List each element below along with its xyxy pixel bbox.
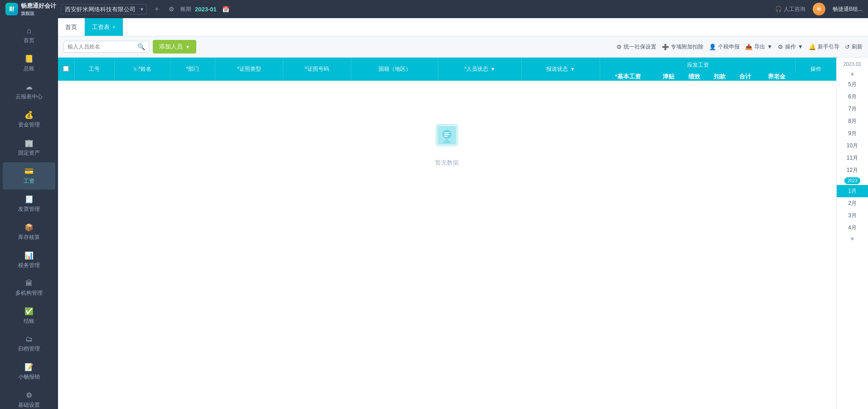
special-deduction-button[interactable]: ➕ 专项附加扣除 (662, 43, 703, 51)
status-filter-icon[interactable]: ▼ (490, 67, 495, 72)
tab-salary[interactable]: 工资表 × (85, 18, 123, 36)
month-8[interactable]: 8月 (837, 115, 868, 127)
sidebar-item-label: 多机构管理 (15, 289, 43, 297)
report-filter-icon[interactable]: ▼ (570, 67, 575, 72)
settings-icon[interactable]: ⚙ (166, 4, 177, 15)
sidebar-item-label: 首页 (24, 37, 34, 44)
month-3[interactable]: 3月 (837, 209, 868, 222)
service-button[interactable]: 🎧 人工咨询 (775, 5, 805, 13)
guide-icon: 🔔 (809, 44, 816, 50)
sidebar-item-label: 工资 (24, 177, 34, 185)
th-checkbox[interactable] (58, 58, 74, 81)
sidebar-item-fixed-assets[interactable]: 🏢 固定资产 (3, 134, 55, 161)
export-button[interactable]: 📤 导出 ▼ (745, 43, 772, 51)
tab-home[interactable]: 首页 (58, 18, 85, 36)
sidebar-item-label: 资金管理 (18, 121, 40, 129)
th-deduction: 扣款 (707, 73, 732, 81)
month-7[interactable]: 7月 (837, 103, 868, 115)
month-2[interactable]: 2月 (837, 197, 868, 209)
top-bar: 财 畅應通好会计 旗舰版 西安虾米网络科技有限公司 ▼ ＋ ⚙ 账期 2023-… (0, 0, 868, 18)
month-11[interactable]: 11月 (837, 152, 868, 164)
month-12[interactable]: 12月 (837, 164, 868, 176)
toolbar-actions: ⚙ 统一社保设置 ➕ 专项附加扣除 👤 个税申报 📤 导出 ▼ ⚙ (616, 43, 863, 51)
deduction-label: 专项附加扣除 (671, 43, 703, 51)
sidebar-item-label: 基础设置 (18, 401, 40, 409)
sidebar-item-settlement[interactable]: ✅ 结账 (3, 302, 55, 330)
company-selector[interactable]: 西安虾米网络科技有限公司 (61, 4, 147, 15)
tax-icon: 📊 (24, 251, 34, 260)
sidebar-item-expense[interactable]: 📝 小畅报销 (3, 358, 55, 385)
search-wrap[interactable]: 🔍 (63, 41, 149, 53)
social-security-label: 统一社保设置 (624, 43, 656, 51)
sidebar-item-label: 发票管理 (18, 205, 40, 213)
th-department: *部门 (170, 58, 215, 81)
month-5[interactable]: 5月 (837, 78, 868, 91)
check-icon: ✅ (24, 307, 34, 316)
add-person-button[interactable]: 添加人员 ▼ (153, 40, 196, 54)
sidebar-item-label: 归档管理 (18, 345, 40, 353)
tab-salary-label: 工资表 (92, 23, 110, 31)
operations-dropdown-icon: ▼ (798, 44, 803, 50)
month-4[interactable]: 4月 (837, 222, 868, 234)
sidebar-item-fund[interactable]: 💰 资金管理 (3, 106, 55, 133)
calendar-icon[interactable]: 📅 (222, 6, 229, 13)
book-icon: 📒 (24, 54, 34, 63)
th-name: ⇅ *姓名 (114, 58, 170, 81)
operations-button[interactable]: ⚙ 操作 ▼ (778, 43, 803, 51)
refresh-button[interactable]: ↺ 刷新 (845, 43, 863, 51)
sidebar-item-multi-org[interactable]: 🏛 多机构管理 (3, 275, 55, 302)
archive-icon: 🗂 (25, 335, 33, 343)
sidebar-item-cloud-report[interactable]: ☁ 云报表中心 (3, 78, 55, 105)
company-selector-wrap[interactable]: 西安虾米网络科技有限公司 ▼ (61, 4, 147, 15)
month-6[interactable]: 6月 (837, 91, 868, 103)
month-10[interactable]: 10月 (837, 140, 868, 152)
empty-state: 暂无数据 (58, 81, 836, 203)
sidebar-item-ledger[interactable]: 📒 总账 (3, 50, 55, 77)
th-pension: 养老金 (758, 73, 796, 81)
fund-icon: 💰 (24, 111, 34, 119)
guide-button[interactable]: 🔔 新手引导 (809, 43, 839, 51)
export-label: 导出 (754, 43, 765, 51)
box-icon: 📦 (24, 223, 34, 232)
table-wrap: 工号 ⇅ *姓名 *部门 *证照类型 *证照号码 国籍（地区） *人员状态 ▼ (58, 58, 836, 409)
th-base-salary: *基本工资 (600, 73, 656, 81)
current-year-label: 2023 (844, 177, 860, 184)
sidebar-item-home[interactable]: ⌂ 首页 (3, 22, 55, 49)
sidebar-item-archive[interactable]: 🗂 归档管理 (3, 331, 55, 357)
app-sub: 旗舰版 (21, 10, 56, 17)
tab-close-icon[interactable]: × (112, 24, 116, 30)
sidebar-item-salary[interactable]: 💳 工资 (3, 162, 55, 190)
expense-icon: 📝 (24, 363, 34, 371)
refresh-label: 刷新 (852, 43, 863, 51)
sidebar-item-inventory[interactable]: 📦 库存核算 (3, 219, 55, 246)
search-input[interactable] (68, 44, 136, 50)
scroll-down-button[interactable]: ▼ (837, 234, 868, 244)
sidebar-item-label: 税务管理 (18, 262, 40, 269)
top-bar-right: 🎧 人工咨询 畅 畅捷通B组... (775, 3, 863, 15)
content-area: 首页 工资表 × 🔍 添加人员 ▼ ⚙ 统一社保设置 (58, 18, 868, 409)
social-security-button[interactable]: ⚙ 统一社保设置 (616, 43, 656, 51)
toolbar: 🔍 添加人员 ▼ ⚙ 统一社保设置 ➕ 专项附加扣除 👤 个税申报 (58, 36, 868, 58)
month-1[interactable]: 1月 (837, 185, 868, 197)
personal-tax-button[interactable]: 👤 个税申报 (709, 43, 740, 51)
logo-text-wrap: 畅應通好会计 旗舰版 (21, 2, 56, 17)
avatar[interactable]: 畅 (813, 3, 825, 15)
building-icon: 🏢 (24, 139, 34, 147)
period-value: 2023-01 (195, 6, 217, 13)
sidebar-item-settings[interactable]: ⚙ 基础设置 (3, 386, 55, 409)
sidebar-item-invoice[interactable]: 🧾 发票管理 (3, 190, 55, 218)
headset-icon: 🎧 (775, 6, 782, 12)
app-name: 畅應通好会计 (21, 2, 56, 10)
service-label: 人工咨询 (784, 5, 805, 13)
sidebar-item-tax[interactable]: 📊 税务管理 (3, 247, 55, 274)
period-display: 2023.01 (844, 59, 862, 68)
salary-icon: 💳 (24, 167, 34, 175)
scroll-up-button[interactable]: ▲ (837, 68, 868, 78)
select-all-checkbox[interactable] (63, 66, 69, 72)
add-icon[interactable]: ＋ (151, 4, 162, 15)
personal-tax-label: 个税申报 (718, 43, 740, 51)
sidebar-item-label: 库存核算 (18, 234, 40, 241)
tab-home-label: 首页 (65, 23, 77, 31)
month-9[interactable]: 9月 (837, 127, 868, 140)
deduction-icon: ➕ (662, 44, 669, 50)
